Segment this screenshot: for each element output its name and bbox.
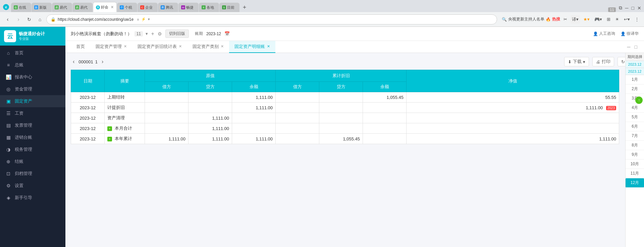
tab-tengxun[interactable]: 腾 腾讯 xyxy=(158,3,178,12)
tab-qiye[interactable]: C 企业 xyxy=(138,3,158,12)
game-icon[interactable]: 🎮▾ xyxy=(593,15,603,23)
close-browser-btn[interactable]: ✕ xyxy=(636,4,643,12)
new-tab-btn[interactable]: + xyxy=(240,3,249,12)
next-arrow[interactable]: › xyxy=(100,58,105,65)
sidebar-item-settings[interactable]: ⚙ 设置 xyxy=(0,180,65,192)
grid-icon[interactable]: ⊞ xyxy=(605,15,612,23)
tab-haohui[interactable]: 云 好会 ✕ xyxy=(93,2,117,12)
tab-close-btn[interactable]: ✕ xyxy=(111,5,114,9)
cell-dep-credit xyxy=(319,92,363,103)
tab-yidai2[interactable]: 易 易代 xyxy=(72,3,93,12)
tab-close-icon[interactable]: ✕ xyxy=(267,44,270,49)
forward-btn[interactable]: › xyxy=(14,15,23,24)
cell-dep-credit xyxy=(319,103,363,113)
minimize-btn[interactable]: ─ xyxy=(624,4,630,12)
period-month-10[interactable]: 10月 xyxy=(626,160,644,169)
tab-label: 各地 xyxy=(207,5,214,10)
home-btn[interactable]: ⌂ xyxy=(36,15,44,24)
sidebar-item-tax[interactable]: ◑ 税务管理 xyxy=(0,143,65,156)
settings-small-btn[interactable]: ⚙ xyxy=(158,31,162,37)
period-month-12[interactable]: 12月 xyxy=(626,178,644,188)
tab-gedi[interactable]: ≡ 各地 xyxy=(199,3,219,12)
period-month-11[interactable]: 11月 xyxy=(626,169,644,178)
invoice-icon: ▤ xyxy=(5,123,11,128)
minimize-tab-icon[interactable]: ─ xyxy=(626,43,632,51)
period-selected-2[interactable]: 2023.12 xyxy=(626,68,644,75)
period-month-9[interactable]: 9月 xyxy=(626,150,644,160)
tab-zaixin[interactable]: 在 在线 xyxy=(11,3,31,12)
scroll-up-btn[interactable]: ↑ xyxy=(635,97,643,104)
period-month-4[interactable]: 4月 xyxy=(626,103,644,113)
period-selected-1[interactable]: 2023.12 xyxy=(626,61,644,68)
sidebar-item-fixed-assets[interactable]: ▣ 固定资产 xyxy=(0,95,65,107)
maximize-tab-icon[interactable]: □ xyxy=(633,43,639,51)
sidebar-item-home[interactable]: ⌂ 首页 xyxy=(0,47,65,59)
cell-orig-credit: 1,111.00 xyxy=(189,113,232,123)
add-account-btn[interactable]: + xyxy=(151,31,154,37)
back-btn[interactable]: ‹ xyxy=(3,15,12,24)
maximize-btn[interactable]: □ xyxy=(630,4,636,12)
tab-bar: e 在 在线 新 新版 易 易代 易 易代 云 好会 ✕ 个 个税 C xyxy=(0,0,644,12)
header-right: 👤 人工咨询 👤 徐译华 xyxy=(593,31,639,37)
download-icon: ⬇ xyxy=(568,59,572,64)
restore-btn[interactable]: ⧉ xyxy=(618,4,624,12)
tab-muqian[interactable]: S 目前 xyxy=(219,3,239,12)
sidebar-item-payroll[interactable]: ☰ 工资 xyxy=(0,107,65,119)
tab-close-icon[interactable]: ✕ xyxy=(124,44,127,49)
calendar-icon[interactable]: 📅 xyxy=(224,31,230,36)
ledger-table: 日期 摘要 原值 累计折旧 净值 借方 贷方 余额 借方 贷方 余额 xyxy=(71,70,619,144)
more-icon[interactable]: ⋮ xyxy=(633,15,641,23)
translate-icon[interactable]: 译▾ xyxy=(571,15,580,24)
sun-icon[interactable]: ☀ xyxy=(614,15,621,23)
star-icon[interactable]: ★▾ xyxy=(582,15,591,23)
summary-text: 本年累计 xyxy=(115,136,132,141)
prev-arrow[interactable]: ‹ xyxy=(71,58,76,65)
tab-close-icon[interactable]: ✕ xyxy=(179,44,182,49)
scissors-icon[interactable]: ✂ xyxy=(562,15,569,23)
sidebar-item-guide[interactable]: ◈ 新手引导 xyxy=(0,192,65,204)
sidebar-item-general-ledger[interactable]: ≡ 总账 xyxy=(0,59,65,71)
period-month-2[interactable]: 2月 xyxy=(626,84,644,94)
cell-dep-credit xyxy=(319,113,363,123)
print-btn[interactable]: 🖨 打印 xyxy=(592,57,614,66)
sidebar-item-reports[interactable]: 📊 报表中心 xyxy=(0,71,65,83)
period-month-8[interactable]: 8月 xyxy=(626,141,644,150)
user-avatar[interactable]: 👤 徐译华 xyxy=(621,31,639,37)
tab-actions: ─ □ xyxy=(626,43,639,51)
tab-close-icon[interactable]: ✕ xyxy=(221,44,224,49)
customer-service-btn[interactable]: 👤 人工咨询 xyxy=(593,31,615,37)
sidebar-item-closing[interactable]: ⊕ 结账 xyxy=(0,156,65,168)
address-input[interactable]: 🔒 https://cloud.chanjet.com/accounting/u… xyxy=(46,14,497,24)
tab-fixed-asset-mgmt[interactable]: 固定资产管理 ✕ xyxy=(90,41,132,53)
sidebar-item-archive[interactable]: ⊡ 归档管理 xyxy=(0,168,65,180)
tab-yidai1[interactable]: 易 易代 xyxy=(52,3,72,12)
switch-btn[interactable]: 切到旧版 xyxy=(165,29,189,38)
sidebar-logo: 云 畅捷通好会计 专业版 xyxy=(0,27,65,46)
period-month-5[interactable]: 5月 xyxy=(626,113,644,122)
tab-label: 畅捷 xyxy=(186,5,194,10)
chevron-down-icon[interactable]: ▾ xyxy=(148,17,150,21)
tab-asset-detail[interactable]: 固定资产明细账 ✕ xyxy=(229,41,275,53)
dropdown-icon[interactable]: ▾ xyxy=(146,31,148,36)
tab-asset-category[interactable]: 固定资产类别 ✕ xyxy=(187,41,229,53)
download-btn[interactable]: ⬇ 下载 ▾ xyxy=(564,57,589,66)
undo-icon[interactable]: ↩▾ xyxy=(623,15,631,23)
reload-btn[interactable]: ↻ xyxy=(25,15,34,24)
sidebar-item-invoice[interactable]: ▤ 发票管理 xyxy=(0,119,65,131)
tab-homepage[interactable]: 首页 xyxy=(71,41,90,53)
cell-summary: 资产清理 xyxy=(105,113,145,123)
sidebar-item-finance[interactable]: ◎ 资金管理 xyxy=(0,83,65,95)
sidebar-item-purchase-sale[interactable]: ▦ 进销台账 xyxy=(0,131,65,143)
account-info: 刘小艳演示账套（勿删勿动！） 11 ▾ xyxy=(71,31,148,37)
tab-changjie[interactable]: M 畅捷 xyxy=(178,3,199,12)
username: 徐译华 xyxy=(627,31,639,37)
tab-xinban[interactable]: 新 新版 xyxy=(32,3,52,12)
content-toolbar: ‹ 000001 1 › ⬇ 下载 ▾ 🖨 打印 xyxy=(71,57,639,66)
tab-geshui[interactable]: 个 个税 xyxy=(117,3,137,12)
cell-summary: 上期结转 xyxy=(105,92,145,103)
tab-depreciation-stat[interactable]: 固定资产折旧统计表 ✕ xyxy=(132,41,187,53)
period-month-7[interactable]: 7月 xyxy=(626,131,644,141)
cell-summary: 计提折旧 xyxy=(105,103,145,113)
period-month-6[interactable]: 6月 xyxy=(626,122,644,131)
period-month-1[interactable]: 1月 xyxy=(626,75,644,84)
